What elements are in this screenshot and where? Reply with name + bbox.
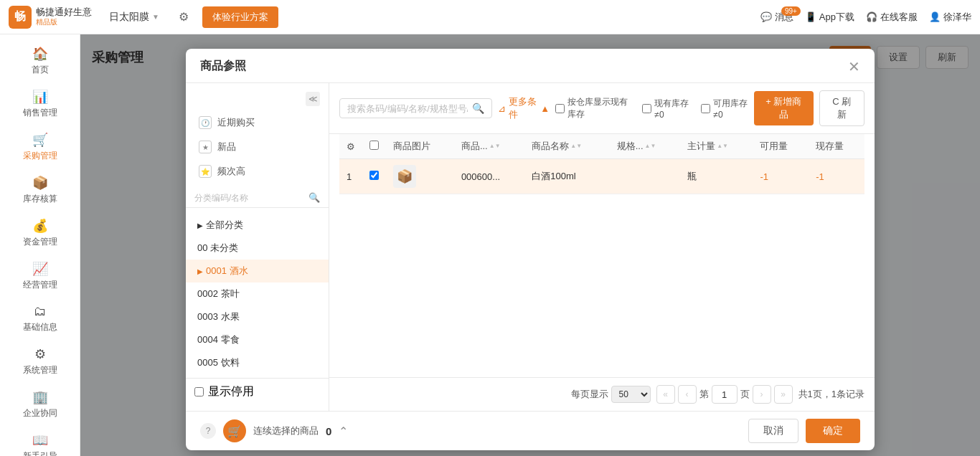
last-page-button[interactable]: » bbox=[774, 385, 793, 404]
cell-spec bbox=[610, 159, 680, 194]
new-product-btn[interactable]: ★ 新品 bbox=[193, 136, 321, 158]
refresh-product-button[interactable]: C 刷新 bbox=[819, 90, 864, 126]
cart-button[interactable]: 🛒 bbox=[223, 419, 246, 442]
cell-image: 📦 bbox=[386, 159, 454, 194]
prev-page-button[interactable]: ‹ bbox=[678, 385, 697, 404]
nonzero-stock-filter[interactable]: 现有库存≠0 bbox=[642, 98, 689, 120]
pagination: 每页显示 20 50 100 « ‹ 第 bbox=[329, 377, 875, 411]
table-row[interactable]: 1 📦 000600... 白酒100ml bbox=[339, 159, 864, 194]
cancel-button[interactable]: 取消 bbox=[748, 419, 798, 443]
message-nav-item[interactable]: 💬 消息 99+ bbox=[760, 11, 793, 24]
confirm-button[interactable]: 确定 bbox=[806, 419, 860, 443]
warehouse-stock-filter[interactable]: 按仓库显示现有库存 bbox=[555, 96, 631, 120]
sidebar-item-system[interactable]: ⚙ 系统管理 bbox=[0, 341, 80, 382]
category-all[interactable]: ▶ 全部分类 bbox=[186, 214, 329, 237]
cell-checkbox bbox=[362, 159, 386, 194]
cell-unit: 瓶 bbox=[680, 159, 753, 194]
nav-right: 💬 消息 99+ 📱 App下载 🎧 在线客服 👤 徐泽华 bbox=[760, 11, 971, 24]
experience-button[interactable]: 体验行业方案 bbox=[202, 6, 278, 28]
sidebar-item-guide[interactable]: 📖 新手引导 bbox=[0, 427, 80, 456]
footer-select-count: 0 bbox=[326, 425, 331, 437]
category-0004[interactable]: 0004 零食 bbox=[186, 328, 329, 351]
operation-icon: 📈 bbox=[32, 261, 48, 277]
settings-icon[interactable]: ⚙ bbox=[174, 7, 194, 27]
sort-arrows-name-icon: ▲▼ bbox=[570, 143, 582, 149]
settings-col-icon[interactable]: ⚙ bbox=[347, 141, 355, 152]
col-name-sort[interactable]: 商品名称 ▲▼ bbox=[532, 140, 582, 153]
logo: 畅 畅捷通好生意 精品版 bbox=[9, 6, 95, 29]
show-disabled-checkbox[interactable] bbox=[194, 387, 204, 396]
first-page-button[interactable]: « bbox=[656, 385, 675, 404]
col-checkbox bbox=[362, 134, 386, 159]
category-00[interactable]: 00 未分类 bbox=[186, 237, 329, 260]
more-filter-button[interactable]: ⊿ 更多条件 ▲ bbox=[498, 95, 550, 121]
inventory-icon: 📦 bbox=[32, 175, 48, 191]
col-image: 商品图片 bbox=[386, 134, 454, 159]
next-page-button[interactable]: › bbox=[753, 385, 771, 404]
sidebar-item-label: 库存核算 bbox=[23, 193, 57, 205]
enterprise-icon: 🏢 bbox=[32, 389, 48, 405]
collapse-icon[interactable]: ≪ bbox=[306, 92, 320, 106]
high-frequency-btn[interactable]: ⭐ 频次高 bbox=[193, 161, 321, 182]
col-unit-sort[interactable]: 主计量 ▲▼ bbox=[687, 140, 728, 153]
online-service-label: 在线客服 bbox=[880, 11, 918, 24]
select-all-checkbox[interactable] bbox=[369, 141, 379, 150]
col-stock-label: 现存量 bbox=[816, 141, 844, 151]
col-spec-sort[interactable]: 规格... ▲▼ bbox=[617, 140, 656, 153]
category-0001[interactable]: ▶ 0001 酒水 bbox=[186, 260, 329, 282]
sidebar-item-inventory[interactable]: 📦 库存核算 bbox=[0, 169, 80, 211]
logo-text-wrap: 畅捷通好生意 精品版 bbox=[36, 6, 92, 28]
usable-stock-checkbox[interactable] bbox=[701, 104, 710, 113]
sidebar-item-sales[interactable]: 📊 销售管理 bbox=[0, 83, 80, 125]
user-nav-item[interactable]: 👤 徐泽华 bbox=[929, 11, 971, 24]
col-unit[interactable]: 主计量 ▲▼ bbox=[680, 134, 753, 159]
store-selector[interactable]: 日太阳膜 ▼ bbox=[103, 11, 165, 24]
sidebar-item-operation[interactable]: 📈 经营管理 bbox=[0, 255, 80, 297]
col-code[interactable]: 商品... ▲▼ bbox=[454, 134, 524, 159]
help-icon[interactable]: ? bbox=[200, 423, 216, 439]
page-size-label: 每页显示 bbox=[571, 388, 608, 401]
row-checkbox[interactable] bbox=[369, 171, 379, 180]
basic-info-icon: 🗂 bbox=[34, 304, 47, 319]
sidebar-item-label: 首页 bbox=[32, 64, 49, 76]
product-search-input[interactable] bbox=[347, 103, 468, 114]
sidebar-item-enterprise[interactable]: 🏢 企业协同 bbox=[0, 384, 80, 425]
high-frequency-icon: ⭐ bbox=[199, 165, 212, 178]
cell-name: 白酒100ml bbox=[524, 159, 609, 194]
cell-num: 1 bbox=[339, 159, 362, 194]
page-number-input[interactable] bbox=[712, 385, 738, 404]
sidebar-item-home[interactable]: 🏠 首页 bbox=[0, 40, 80, 82]
sidebar-item-basic-info[interactable]: 🗂 基础信息 bbox=[0, 298, 80, 339]
warehouse-stock-checkbox[interactable] bbox=[555, 104, 565, 113]
category-search: 🔍 bbox=[186, 188, 329, 208]
col-spec[interactable]: 规格... ▲▼ bbox=[610, 134, 680, 159]
sidebar-item-label: 基础信息 bbox=[23, 321, 57, 333]
sidebar-item-finance[interactable]: 💰 资金管理 bbox=[0, 212, 80, 254]
sidebar-item-purchase[interactable]: 🛒 采购管理 bbox=[0, 126, 80, 168]
store-arrow-icon: ▼ bbox=[152, 13, 159, 21]
sidebar-item-label: 采购管理 bbox=[23, 150, 57, 162]
table-header-row: ⚙ 商品图片 bbox=[339, 134, 864, 159]
col-code-sort[interactable]: 商品... ▲▼ bbox=[461, 140, 501, 153]
message-badge: 99+ bbox=[781, 6, 801, 16]
col-name[interactable]: 商品名称 ▲▼ bbox=[524, 134, 609, 159]
footer-collapse-icon[interactable]: ⌃ bbox=[339, 424, 348, 438]
modal-close-button[interactable]: ✕ bbox=[848, 60, 860, 74]
category-search-icon[interactable]: 🔍 bbox=[308, 192, 320, 203]
app-download-label: App下载 bbox=[819, 11, 854, 24]
category-0003[interactable]: 0003 水果 bbox=[186, 305, 329, 328]
sidebar-item-label: 资金管理 bbox=[23, 236, 57, 248]
page-size-select[interactable]: 20 50 100 bbox=[611, 386, 651, 403]
category-0005[interactable]: 0005 饮料 bbox=[186, 351, 329, 374]
usable-stock-filter[interactable]: 可用库存≠0 bbox=[701, 98, 748, 120]
category-0002[interactable]: 0002 茶叶 bbox=[186, 282, 329, 305]
nonzero-stock-checkbox[interactable] bbox=[642, 104, 651, 113]
recent-purchase-btn[interactable]: 🕐 近期购买 bbox=[193, 112, 321, 133]
app-download-nav-item[interactable]: 📱 App下载 bbox=[805, 11, 854, 24]
add-product-button[interactable]: + 新增商品 bbox=[754, 91, 813, 125]
sidebar-item-label: 企业协同 bbox=[23, 407, 57, 419]
online-service-nav-item[interactable]: 🎧 在线客服 bbox=[866, 11, 918, 24]
content-area: 采购管理 查询 设置 刷新 商品参照 ✕ bbox=[80, 34, 980, 456]
product-search-icon[interactable]: 🔍 bbox=[472, 103, 484, 114]
category-search-input[interactable] bbox=[194, 193, 304, 203]
